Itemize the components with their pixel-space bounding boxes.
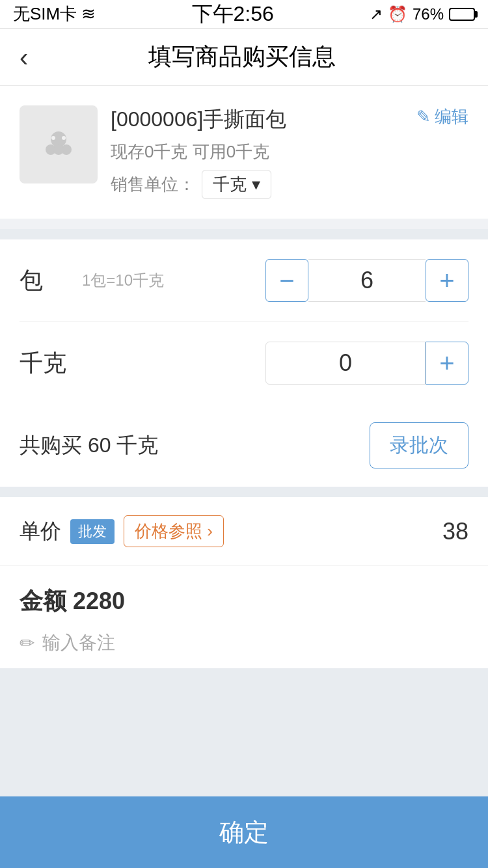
product-image (20, 105, 98, 183)
confirm-button[interactable]: 确定 (0, 796, 488, 868)
product-thumbnail-icon (39, 125, 78, 164)
amount-section: 金额 2280 ✏ 输入备注 (0, 566, 488, 668)
svg-point-3 (53, 144, 64, 155)
amount-value: 2280 (73, 588, 125, 614)
price-section: 单价 批发 价格参照 › 38 (0, 497, 488, 566)
product-card: [0000006]手撕面包 现存0千克 可用0千克 销售单位： 千克 ▾ ✎ 编… (0, 86, 488, 219)
product-stock: 现存0千克 可用0千克 (111, 141, 403, 163)
status-right: ↗ ⏰ 76% (370, 5, 475, 23)
kg-quantity-control: + (265, 342, 468, 385)
page-title: 填写商品购买信息 (41, 41, 442, 73)
price-left: 单价 批发 价格参照 › (20, 515, 224, 547)
quantity-section: 包 1包=10千克 − + 千克 + (0, 239, 488, 404)
kg-increment-button[interactable]: + (426, 342, 468, 385)
batch-button[interactable]: 录批次 (370, 422, 468, 468)
nav-bar: ‹ 填写商品购买信息 (0, 29, 488, 86)
price-reference-button[interactable]: 价格参照 › (124, 515, 224, 547)
svg-point-4 (51, 136, 55, 140)
total-label: 共购买 60 千克 (20, 431, 158, 460)
product-name: [0000006]手撕面包 (111, 105, 403, 134)
package-increment-button[interactable]: + (426, 259, 468, 302)
package-quantity-control: − + (265, 259, 468, 302)
alarm-icon: ⏰ (388, 5, 407, 23)
package-label: 包 (20, 265, 72, 297)
wholesale-tag: 批发 (70, 519, 115, 544)
separator-2 (0, 487, 488, 497)
status-bar: 无SIM卡 ≋ 下午2:56 ↗ ⏰ 76% (0, 0, 488, 29)
kg-row: 千克 + (20, 322, 468, 404)
price-label: 单价 (20, 517, 61, 546)
amount-row: 金额 2280 (20, 586, 468, 617)
content-spacer (0, 668, 488, 796)
kg-label: 千克 (20, 347, 72, 379)
back-button[interactable]: ‹ (20, 44, 28, 70)
edit-icon: ✎ (416, 107, 431, 127)
status-left: 无SIM卡 ≋ (13, 3, 96, 25)
package-decrement-button[interactable]: − (265, 259, 308, 302)
package-row: 包 1包=10千克 − + (20, 239, 468, 322)
note-icon: ✏ (20, 632, 34, 654)
battery-percent: 76% (413, 5, 444, 23)
status-time: 下午2:56 (192, 0, 274, 29)
price-value: 38 (442, 518, 468, 545)
unit-label: 销售单位： (111, 173, 195, 196)
kg-input[interactable] (265, 342, 426, 385)
note-placeholder: 输入备注 (42, 631, 115, 655)
product-unit: 销售单位： 千克 ▾ (111, 170, 403, 199)
total-row: 共购买 60 千克 录批次 (0, 404, 488, 487)
amount-label: 金额 (20, 588, 73, 614)
unit-select[interactable]: 千克 ▾ (202, 170, 271, 199)
location-icon: ↗ (370, 5, 383, 23)
product-info: [0000006]手撕面包 现存0千克 可用0千克 销售单位： 千克 ▾ (111, 105, 403, 199)
note-row[interactable]: ✏ 输入备注 (20, 631, 468, 655)
package-hint: 1包=10千克 (82, 270, 265, 291)
svg-point-5 (62, 136, 66, 140)
edit-button[interactable]: ✎ 编辑 (416, 105, 468, 128)
battery-icon (449, 8, 475, 21)
package-input[interactable] (308, 259, 426, 302)
separator-1 (0, 229, 488, 239)
